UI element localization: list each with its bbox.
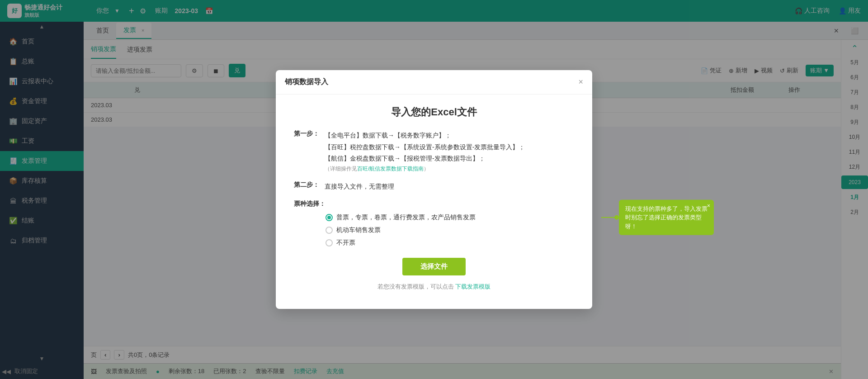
modal-title: 销项数据导入	[285, 77, 328, 87]
radio-option-3[interactable]: 不开票	[326, 239, 574, 247]
modal-close-btn[interactable]: ×	[578, 77, 583, 87]
download-template-link[interactable]: 下载发票模版	[455, 283, 491, 290]
step2-text: 直接导入文件，无需整理	[325, 183, 394, 190]
import-modal: 销项数据导入 × 导入您的Excel文件 第一步： 【全电平台】数据下载→【税务…	[276, 70, 592, 308]
step1-guide-link[interactable]: 百旺/航信发票数据下载指南	[357, 166, 424, 172]
tooltip-dot	[614, 215, 619, 220]
modal-overlay: 销项数据导入 × 导入您的Excel文件 第一步： 【全电平台】数据下载→【税务…	[0, 0, 868, 379]
step1-content: 【全电平台】数据下载→【税务数字账户】； 【百旺】税控盘数据下载→【系统设置-系…	[325, 130, 525, 174]
tooltip-line	[601, 217, 615, 218]
tooltip-container: × 现在支持的票种多了，导入发票时别忘了选择正确的发票类型呀！	[601, 199, 714, 235]
radio-option-2[interactable]: 机动车销售发票	[326, 226, 574, 234]
modal-big-title: 导入您的Excel文件	[294, 105, 574, 119]
modal-header: 销项数据导入 ×	[276, 70, 592, 95]
step-1: 第一步： 【全电平台】数据下载→【税务数字账户】； 【百旺】税控盘数据下载→【系…	[294, 130, 574, 174]
step2-content: 直接导入文件，无需整理	[325, 181, 394, 192]
tooltip-close-btn[interactable]: ×	[707, 201, 710, 209]
tooltip-text: 现在支持的票种多了，导入发票时别忘了选择正确的发票类型呀！	[625, 205, 708, 229]
modal-footer-hint: 若您没有发票模版，可以点击 下载发票模版	[294, 283, 574, 298]
radio-option-1[interactable]: 普票，专票，卷票，通行费发票，农产品销售发票 × 现在支持的票种多了，导入发票时…	[326, 213, 574, 222]
step1-label: 第一步：	[294, 130, 319, 138]
ticket-select: 票种选择： 普票，专票，卷票，通行费发票，农产品销售发票 ×	[294, 200, 574, 247]
radio-1-circle	[326, 214, 333, 221]
step1-line2: 【百旺】税控盘数据下载→【系统设置-系统参数设置-发票批量导入】；	[325, 142, 525, 153]
step1-line1: 【全电平台】数据下载→【税务数字账户】；	[325, 130, 525, 141]
radio-1-label: 普票，专票，卷票，通行费发票，农产品销售发票	[336, 213, 476, 222]
step2-label: 第二步：	[294, 181, 319, 189]
radio-group: 普票，专票，卷票，通行费发票，农产品销售发票 × 现在支持的票种多了，导入发票时…	[326, 213, 574, 247]
modal-body: 导入您的Excel文件 第一步： 【全电平台】数据下载→【税务数字账户】； 【百…	[276, 95, 592, 308]
tooltip-bubble: × 现在支持的票种多了，导入发票时别忘了选择正确的发票类型呀！	[619, 199, 714, 235]
step1-line3: 【航信】金税盘数据下载→【报税管理-发票数据导出】；	[325, 153, 525, 164]
radio-3-circle	[326, 239, 333, 246]
select-file-btn[interactable]: 选择文件	[402, 258, 466, 275]
radio-3-label: 不开票	[336, 239, 355, 247]
radio-2-circle	[326, 227, 333, 234]
step1-link-hint: （详细操作见百旺/航信发票数据下载指南）	[325, 164, 525, 174]
step-2: 第二步： 直接导入文件，无需整理	[294, 181, 574, 192]
radio-2-label: 机动车销售发票	[336, 226, 381, 234]
ticket-select-label: 票种选择：	[294, 200, 574, 208]
